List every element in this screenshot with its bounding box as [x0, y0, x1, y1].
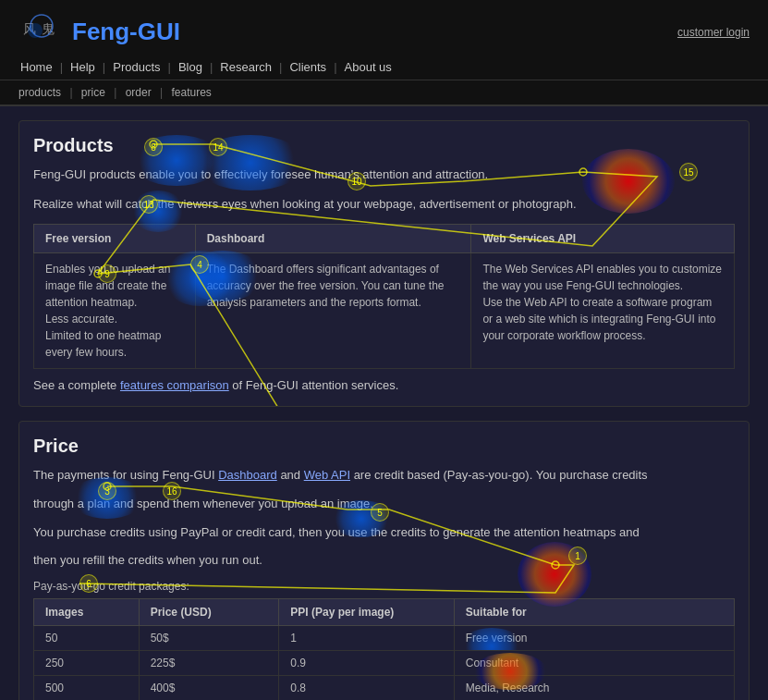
price-col-images: Images	[34, 599, 140, 626]
nav-help[interactable]: Help	[68, 60, 97, 74]
products-desc2: Realize what will catch the viewers eyes…	[33, 195, 735, 214]
price-cell: 1	[279, 626, 455, 651]
cell-webapi: The Web Services API enables you to cust…	[471, 253, 735, 369]
price-desc-line4: then you refill the credits when you run…	[33, 551, 735, 571]
products-title: Products	[33, 135, 735, 156]
price-section: 3 5 16 1 6 Price The payments for using …	[18, 421, 750, 700]
price-desc-line2: through a plan and spend them whenever y…	[33, 495, 735, 514]
subnav-price[interactable]: price	[81, 86, 105, 99]
customer-login[interactable]: customer login	[677, 26, 750, 39]
table-row: Enables you to upload an image file and …	[34, 253, 735, 369]
price-cell: 225$	[139, 651, 279, 676]
nav-aboutus[interactable]: About us	[343, 60, 394, 74]
price-cell: Media, Research	[454, 676, 734, 700]
price-cell: Consultant	[454, 651, 734, 676]
price-desc-line1: The payments for using Feng-GUI Dashboar…	[33, 466, 735, 485]
price-table-row: 250225$0.9Consultant	[34, 651, 735, 676]
main-nav: Home | Help | Products | Blog | Research…	[18, 60, 750, 80]
webapi-link[interactable]: Web API	[304, 468, 350, 482]
nav-research[interactable]: Research	[218, 60, 274, 74]
logo-text: Feng-GUI	[72, 18, 180, 46]
price-title: Price	[33, 436, 735, 457]
nav-products[interactable]: Products	[111, 60, 162, 74]
products-desc1: Feng-GUI products enable you to effectiv…	[33, 166, 735, 184]
col-free: Free version	[34, 225, 196, 253]
price-table-row: 500400$0.8Media, Research	[34, 676, 735, 700]
price-cell: 400$	[139, 676, 279, 700]
price-cell: 0.8	[279, 676, 455, 700]
nav-home[interactable]: Home	[18, 60, 55, 74]
main-content: 8 14 13 10 4 9 15 Products Feng-GUI prod…	[0, 120, 768, 700]
nav-blog[interactable]: Blog	[177, 60, 204, 74]
price-cell: 50	[34, 626, 140, 651]
price-cell: 250	[34, 651, 140, 676]
products-table: Free version Dashboard Web Services API …	[33, 224, 735, 369]
features-comparison-link[interactable]: features comparison	[120, 378, 229, 392]
subnav-products[interactable]: products	[18, 86, 61, 99]
col-dashboard: Dashboard	[195, 225, 471, 253]
sub-nav: products | price | order | features	[0, 80, 768, 106]
price-cell: 0.9	[279, 651, 455, 676]
price-cell: 500	[34, 676, 140, 700]
cell-dashboard: The Dashboard offers significant advanta…	[195, 253, 471, 369]
price-col-price: Price (USD)	[139, 599, 279, 626]
cell-free: Enables you to upload an image file and …	[34, 253, 196, 369]
subnav-features[interactable]: features	[172, 86, 212, 99]
price-table-row: 5050$1Free version	[34, 626, 735, 651]
features-link-text: See a complete features comparison of Fe…	[33, 378, 735, 392]
logo-area: 风 鬼 Feng-GUI	[18, 7, 180, 56]
svg-point-4	[28, 23, 43, 38]
subnav-order[interactable]: order	[126, 86, 152, 99]
price-desc-line3: You purchase credits using PayPal or cre…	[33, 523, 735, 543]
nav-clients[interactable]: Clients	[287, 60, 328, 74]
price-col-suitable: Suitable for	[454, 599, 734, 626]
dashboard-link[interactable]: Dashboard	[218, 468, 277, 482]
header: 风 鬼 Feng-GUI customer login Home | Help …	[0, 0, 768, 106]
price-cell: 50$	[139, 626, 279, 651]
price-table: Images Price (USD) PPI (Pay per image) S…	[33, 598, 735, 700]
products-section: 8 14 13 10 4 9 15 Products Feng-GUI prod…	[18, 120, 750, 407]
price-col-ppi: PPI (Pay per image)	[279, 599, 455, 626]
price-cell: Free version	[454, 626, 734, 651]
col-webapi: Web Services API	[471, 225, 735, 253]
logo-icon: 风 鬼	[18, 7, 65, 56]
packages-label: Pay-as-you-go credit packages:	[33, 580, 735, 593]
